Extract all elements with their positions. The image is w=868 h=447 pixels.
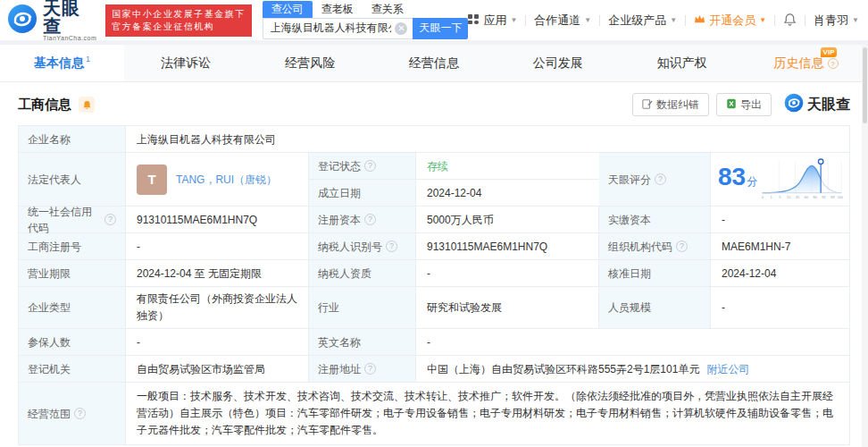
question-icon[interactable]: ? [74,408,86,419]
question-icon[interactable]: ? [104,214,116,225]
svg-text:91: 91 [822,195,826,199]
reg-address-label: 注册地址 [318,361,361,377]
table-subrow: 成立日期 2024-12-04 [309,180,599,206]
search-tab-relation[interactable]: 查关系 [363,1,413,18]
credit-code-label: 统一社会信用代码 [28,204,101,236]
edit-icon [642,98,653,112]
tab-operating-info[interactable]: 经营信息 [372,45,497,81]
nearby-companies-link[interactable]: 附近公司 [706,361,749,377]
tianyancha-watermark-text: 天眼查 [807,96,850,114]
taxpayer-quality-value: - [416,260,599,286]
chevron-down-icon: ▼ [584,16,591,24]
establish-date-value: 2024-12-04 [416,180,599,206]
score-label: 天眼评分 [608,172,651,188]
tab-basic-info[interactable]: 基本信息 1 [0,45,124,81]
search-input[interactable] [263,18,413,39]
legal-rep-cell: T TANG，RUI（唐锐） [126,153,309,206]
insured-count-value: - [126,329,309,355]
vip-badge: VIP [821,47,838,57]
table-row: 工商注册号 - 纳税人识别号 ? 91310115MAE6M1HN7Q 组织机构… [19,233,849,260]
question-icon[interactable]: ? [386,240,397,252]
company-type-label: 企业类型 [19,287,126,328]
clear-icon[interactable]: ✕ [395,22,407,35]
search-tab-boss[interactable]: 查老板 [313,1,363,18]
nav-apps[interactable]: 应用 ▼ [468,13,517,29]
question-icon[interactable]: ? [364,160,376,172]
reg-status-value: 存续 [416,153,599,179]
tab-legal-proceedings[interactable]: 法律诉讼 [124,45,248,81]
subscribe-bell-icon[interactable] [79,97,95,113]
export-label: 导出 [740,97,762,113]
english-name-value: - [416,329,849,355]
tab-intellectual-property[interactable]: 知识产权 [620,45,744,81]
notifications-button[interactable] [783,13,797,29]
legal-rep-link[interactable]: TANG，RUI（唐锐） [176,172,277,188]
scrollbar-thumb[interactable] [863,47,867,123]
question-icon[interactable]: ? [676,240,688,252]
reg-authority-label: 登记机关 [19,356,126,382]
export-button[interactable]: 导出 [716,93,772,116]
table-row: 统一社会信用代码 ? 91310115MAE6M1HN7Q 注册资本 ? 500… [19,207,849,233]
industry-value: 研究和试验发展 [416,287,599,328]
approval-date-label: 核准日期 [599,260,711,286]
divider [685,15,686,26]
reg-authority-value: 自由贸易试验区市场监管局 [126,356,309,382]
svg-text:60: 60 [805,195,809,199]
reg-address-value: 中国（上海）自由贸易试验区环科路555弄2号1层101单元 [427,361,699,377]
logo-title: 天眼查 [43,0,96,35]
org-code-label: 组织机构代码 [608,239,672,255]
search-button[interactable]: 天眼一下 [413,18,468,39]
table-row: 法定代表人 T TANG，RUI（唐锐） 登记状态 ? 存续 成立日期 [19,153,849,207]
org-code-value: MAE6M1HN-7 [711,233,849,259]
avatar[interactable]: T [137,164,167,195]
grid-icon [468,13,480,28]
user-menu[interactable]: 肖青羽 ▼ [814,13,859,29]
paid-capital-label: 实缴资本 [599,207,711,232]
search-tab-company[interactable]: 查公司 [263,1,313,18]
score-label-cell: 天眼评分 ? [599,153,711,206]
data-correction-button[interactable]: 数据纠错 [632,93,709,116]
reg-number-label: 工商注册号 [19,233,126,259]
tab-basic-label: 基本信息 [34,55,84,72]
tab-risk-label: 经营风险 [285,55,335,72]
tab-legal-label: 法律诉讼 [161,55,211,72]
nav-partner-channel[interactable]: 合作通道 ▼ [534,13,591,29]
business-term-value: 2024-12-04 至 无固定期限 [126,260,309,286]
question-icon[interactable]: ? [655,173,666,185]
score-unit: 分 [747,175,757,188]
insured-count-label: 参保人数 [19,329,126,355]
section-title: 工商信息 [18,97,71,114]
company-tabs: 基本信息 1 法律诉讼 经营风险 经营信息 公司发展 知识产权 VIP 历史信息… [0,45,868,82]
chevron-down-icon: ▼ [670,16,677,24]
company-name-label: 企业名称 [19,126,126,152]
svg-text:35: 35 [796,195,800,199]
taxpayer-quality-label: 纳税人资质 [309,260,416,286]
business-term-label: 营业期限 [19,260,126,286]
data-correction-label: 数据纠错 [656,97,699,113]
divider [805,15,805,26]
question-icon[interactable]: ? [364,363,376,375]
certification-badge: 国家中小企业发展子基金旗下 官方备案企业征信机构 [105,4,252,37]
reg-number-value: - [126,233,309,259]
nav-enterprise-products[interactable]: 企业级产品 ▼ [608,13,677,29]
nav-enterprise-label: 企业级产品 [608,13,666,29]
table-row: 参保人数 - 英文名称 - [19,329,849,356]
tab-operating-risk[interactable]: 经营风险 [248,45,372,81]
question-icon[interactable]: ? [364,214,376,225]
reg-address-cell: 中国（上海）自由贸易试验区环科路555弄2号1层101单元 附近公司 [416,356,849,382]
reg-status-label: 登记状态 [318,158,361,174]
tab-development-label: 公司发展 [533,55,583,72]
tab-company-development[interactable]: 公司发展 [496,45,620,81]
svg-text:15: 15 [787,195,791,199]
certification-badge-line2: 官方备案企业征信机构 [112,21,246,33]
legal-rep-label: 法定代表人 [19,153,126,206]
tianyancha-watermark-icon [784,93,804,116]
tab-history-info[interactable]: VIP 历史信息 ? [744,45,868,81]
company-type-value: 有限责任公司（外商投资企业法人独资） [126,287,309,328]
help-icon[interactable]: ? [828,58,839,69]
nav-open-membership[interactable]: 开通会员 ▼ [694,13,766,29]
vertical-scrollbar[interactable] [862,45,868,447]
industry-label: 行业 [309,287,416,328]
staff-size-value: - [711,287,849,328]
tianyancha-logo[interactable]: 天眼查 TianYanCha.com [7,0,96,41]
